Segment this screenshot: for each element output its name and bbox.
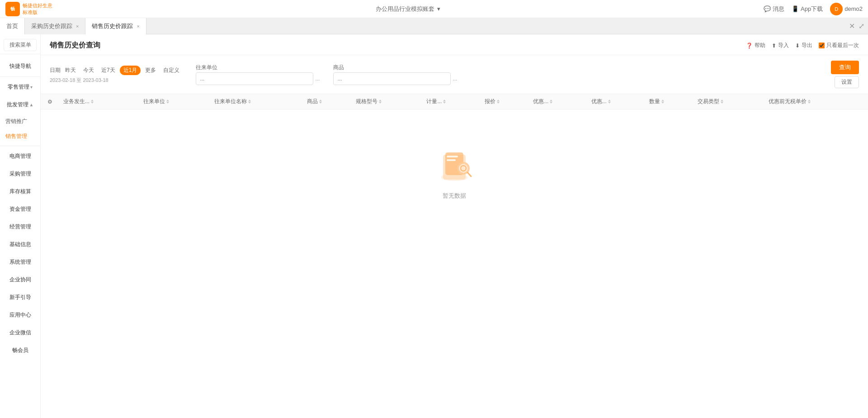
sidebar-item-sales-mgmt[interactable]: 销售管理 xyxy=(0,129,40,144)
retail-arrow-icon: ▾ xyxy=(30,85,33,90)
sidebar-search: 搜索菜单 xyxy=(0,34,40,54)
sidebar-item-ecommerce[interactable]: 电商管理 xyxy=(2,148,38,165)
sort-icon-biz-date xyxy=(91,100,94,104)
date-btn-7days[interactable]: 近7天 xyxy=(99,66,118,75)
partner-label: 往来单位 xyxy=(196,64,320,71)
date-btn-today[interactable]: 今天 xyxy=(80,66,97,75)
date-btn-custom[interactable]: 自定义 xyxy=(160,66,182,75)
help-button[interactable]: ❓ 帮助 xyxy=(746,42,765,49)
topbar: 畅 畅捷信好生意 标准版 办公用品行业模拟账套 ▾ 💬 消息 📱 App下载 D… xyxy=(0,0,868,18)
sidebar-divider-2 xyxy=(0,146,40,146)
th-qty[interactable]: 数量 xyxy=(645,94,693,109)
empty-text: 暂无数据 xyxy=(443,192,466,200)
empty-state: 暂无数据 xyxy=(41,109,868,236)
tab-home[interactable]: 首页 xyxy=(0,18,25,34)
message-icon: 💬 xyxy=(764,5,771,12)
sidebar-item-app-center[interactable]: 应用中心 xyxy=(2,307,38,323)
sort-icon-trade-type xyxy=(721,100,723,104)
topbar-workspace[interactable]: 办公用品行业模拟账套 ▾ xyxy=(376,5,440,13)
tab-purchase-history[interactable]: 采购历史价跟踪 × xyxy=(25,18,85,34)
sidebar-item-corp-wechat[interactable]: 企业微信 xyxy=(2,324,38,341)
product-label: 商品 xyxy=(333,64,457,71)
tab-sales-history[interactable]: 销售历史价跟踪 × xyxy=(85,18,146,34)
sidebar-item-enterprise[interactable]: 企业协同 xyxy=(2,271,38,288)
th-discount2[interactable]: 优惠... xyxy=(587,94,645,109)
svg-line-7 xyxy=(467,172,471,176)
th-unit[interactable]: 计量... xyxy=(422,94,480,109)
search-menu-button[interactable]: 搜索菜单 xyxy=(4,39,37,51)
sidebar-item-guide[interactable]: 新手引导 xyxy=(2,289,38,306)
sidebar-item-purchase[interactable]: 采购管理 xyxy=(2,166,38,182)
product-dots: ... xyxy=(453,76,457,82)
sidebar-item-system[interactable]: 系统管理 xyxy=(2,254,38,271)
partner-dots: ... xyxy=(315,76,320,82)
content-area: 销售历史价查询 ❓ 帮助 ⬆ 导入 ⬇ 导出 只看最后一次 xyxy=(41,34,868,418)
sidebar-item-wholesale[interactable]: 批发管理 ▲ xyxy=(2,96,38,113)
sidebar-item-quick-nav[interactable]: 快捷导航 xyxy=(2,58,38,75)
sidebar-item-marketing[interactable]: 营销推广 xyxy=(0,114,40,129)
settings-button[interactable]: 设置 xyxy=(835,76,859,88)
partner-input[interactable] xyxy=(196,72,313,85)
topbar-right: 💬 消息 📱 App下载 D demo2 xyxy=(764,3,863,15)
th-biz-date[interactable]: 业务发生... xyxy=(59,94,139,109)
logo-text: 畅捷信好生意 标准版 xyxy=(23,2,52,15)
product-input[interactable] xyxy=(333,72,451,85)
th-price[interactable]: 报价 xyxy=(480,94,529,109)
th-product[interactable]: 商品 xyxy=(302,94,351,109)
date-options-row: 日期 昨天 今天 近7天 近1月 更多 自定义 xyxy=(50,66,182,75)
date-btn-1month[interactable]: 近1月 xyxy=(120,66,141,75)
th-settings[interactable]: ⚙ xyxy=(41,94,59,109)
sidebar-divider-1 xyxy=(0,76,40,77)
product-filter-group: 商品 ... xyxy=(333,64,457,85)
sort-icon-partner-code xyxy=(166,100,169,104)
date-btn-yesterday[interactable]: 昨天 xyxy=(62,66,79,75)
avatar: D xyxy=(830,3,843,15)
sort-icon-partner-name xyxy=(248,100,251,104)
date-label: 日期 xyxy=(50,66,61,74)
show-last-checkbox[interactable] xyxy=(819,43,825,48)
workspace-dropdown-icon[interactable]: ▾ xyxy=(437,5,440,12)
close-all-tabs-button[interactable]: ✕ xyxy=(849,22,855,30)
tab-purchase-history-close[interactable]: × xyxy=(76,24,79,29)
sidebar-item-finance[interactable]: 资金管理 xyxy=(2,201,38,218)
import-icon: ⬆ xyxy=(772,43,776,49)
product-input-row: ... xyxy=(333,72,457,85)
maximize-button[interactable]: ⤢ xyxy=(859,22,864,30)
export-button[interactable]: ⬇ 导出 xyxy=(795,42,812,49)
sort-icon-discount2 xyxy=(608,100,611,104)
logo-area: 畅 畅捷信好生意 标准版 xyxy=(5,2,52,16)
show-last-checkbox-label[interactable]: 只看最后一次 xyxy=(819,42,859,49)
import-button[interactable]: ⬆ 导入 xyxy=(772,42,789,49)
table-header-row: ⚙ 业务发生... 往来单位 xyxy=(41,94,868,109)
th-discount1[interactable]: 优惠... xyxy=(528,94,586,109)
empty-icon xyxy=(434,146,475,186)
user-avatar-action[interactable]: D demo2 xyxy=(830,3,863,15)
message-action[interactable]: 💬 消息 xyxy=(764,5,784,13)
sidebar-item-operations[interactable]: 经营管理 xyxy=(2,218,38,235)
sort-icon-unit xyxy=(443,100,446,104)
app-icon: 📱 xyxy=(792,5,799,12)
main-layout: 搜索菜单 快捷导航 零售管理 ▾ 批发管理 ▲ 营销推广 销售管理 电 xyxy=(0,34,868,418)
sidebar-item-retail[interactable]: 零售管理 ▾ xyxy=(2,79,38,95)
toolbar-right: 查询 设置 xyxy=(831,61,859,88)
logo-symbol: 畅 xyxy=(10,6,15,12)
sidebar-item-member[interactable]: 畅会员 xyxy=(2,342,38,359)
sort-icon-discount1 xyxy=(550,100,552,104)
th-partner-name[interactable]: 往来单位名称 xyxy=(210,94,302,109)
sidebar-item-inventory[interactable]: 库存核算 xyxy=(2,183,38,200)
th-pre-tax-price[interactable]: 优惠前无税单价 xyxy=(764,94,868,109)
date-btn-more[interactable]: 更多 xyxy=(142,66,159,75)
settings-col-icon[interactable]: ⚙ xyxy=(47,99,52,105)
app-download-action[interactable]: 📱 App下载 xyxy=(792,5,823,13)
tab-sales-history-close[interactable]: × xyxy=(137,24,139,29)
sidebar-item-basic-info[interactable]: 基础信息 xyxy=(2,236,38,253)
th-spec[interactable]: 规格型号 xyxy=(351,94,422,109)
sort-icon-pre-tax-price xyxy=(808,100,811,104)
th-trade-type[interactable]: 交易类型 xyxy=(693,94,764,109)
filter-row: 日期 昨天 今天 近7天 近1月 更多 自定义 2023-02-18 至 202… xyxy=(50,64,826,85)
partner-filter-group: 往来单位 ... xyxy=(196,64,320,85)
page-title: 销售历史价查询 xyxy=(50,41,100,50)
data-table: ⚙ 业务发生... 往来单位 xyxy=(41,94,868,109)
th-partner-code[interactable]: 往来单位 xyxy=(139,94,210,109)
query-button[interactable]: 查询 xyxy=(831,61,859,74)
